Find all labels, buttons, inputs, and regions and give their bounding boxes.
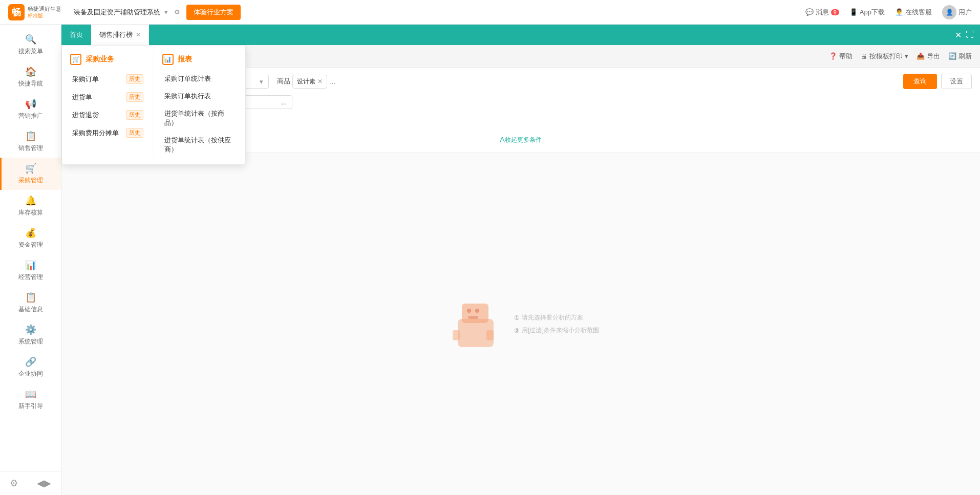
dropdown-item-incoming-stat-goods[interactable]: 进货单统计表（按商品） <box>158 105 242 132</box>
hint2-num: ② <box>514 327 520 334</box>
hint2-text: 用[过滤]条件来缩小分析范围 <box>522 326 599 335</box>
tab-home[interactable]: 首页 <box>61 25 91 45</box>
goods-tag[interactable]: 设计素 ✕ <box>292 75 327 89</box>
app-download-btn[interactable]: 📱 App下载 <box>849 8 885 17</box>
dropdown-item-order-stat[interactable]: 采购订单统计表 <box>158 70 242 88</box>
tab-maximize-icon[interactable]: ⛶ <box>966 30 974 39</box>
dropdown-item-incoming[interactable]: 进货单 历史 <box>66 88 150 106</box>
dropdown-item-order-exec[interactable]: 采购订单执行表 <box>158 88 242 105</box>
purchase-order-label: 采购订单 <box>72 75 99 84</box>
goods-label: 商品 <box>277 77 290 86</box>
newbie-icon: 📖 <box>25 389 36 400</box>
dropdown-item-incoming-stat-supplier[interactable]: 进货单统计表（按供应商） <box>158 132 242 158</box>
sidebar-item-operation[interactable]: 📊 经营管理 <box>0 254 61 287</box>
single-status-dropdown: ▾ <box>260 78 263 85</box>
setting-btn[interactable]: 设置 <box>941 74 972 89</box>
home-icon: 🏠 <box>25 66 36 77</box>
sidebar-item-sales[interactable]: 📋 销售管理 <box>0 125 61 158</box>
svg-rect-4 <box>468 316 478 319</box>
svg-point-3 <box>475 309 479 313</box>
sidebar-label-nav: 快捷导航 <box>18 79 43 88</box>
sidebar-label-search: 搜索菜单 <box>18 47 43 56</box>
tab-sales-rank-label: 销售排行榜 <box>99 30 133 39</box>
service-icon: 👨‍💼 <box>895 8 903 16</box>
sidebar-label-basic: 基础信息 <box>18 305 43 314</box>
tab-home-label: 首页 <box>70 30 83 39</box>
tab-sales-rank[interactable]: 销售排行榜 ✕ <box>91 25 149 45</box>
svg-rect-6 <box>486 330 494 340</box>
help-btn[interactable]: ❓ 帮助 <box>829 52 853 61</box>
dropdown-item-return[interactable]: 进货退货 历史 <box>66 106 150 124</box>
sidebar-item-basic[interactable]: 📋 基础信息 <box>0 287 61 319</box>
sidebar-label-sales: 销售管理 <box>18 144 43 153</box>
report-col-icon: 📊 <box>162 54 174 65</box>
refresh-btn[interactable]: 🔄 刷新 <box>948 52 972 61</box>
goods-more-btn[interactable]: ... <box>329 77 336 86</box>
sidebar-label-newbie: 新手引导 <box>18 402 43 411</box>
return-history[interactable]: 历史 <box>126 110 143 120</box>
tab-close-window-icon[interactable]: ✕ <box>955 30 962 40</box>
order-stat-label: 采购订单统计表 <box>164 74 211 83</box>
sales-icon: 📋 <box>25 131 36 142</box>
export-btn[interactable]: 📤 导出 <box>917 52 940 61</box>
app-label: App下载 <box>860 8 885 17</box>
dropdown-item-purchase-order[interactable]: 采购订单 历史 <box>66 70 150 88</box>
sidebar-label-operation: 经营管理 <box>18 273 43 282</box>
report-col-title-text: 报表 <box>178 55 192 64</box>
sidebar-item-search[interactable]: 🔍 搜索菜单 <box>0 29 61 61</box>
tab-close-icon[interactable]: ✕ <box>136 31 141 38</box>
empty-state: ① 请先选择要分析的方案 ② 用[过滤]条件来缩小分析范围 <box>442 298 599 350</box>
message-icon: 💬 <box>805 8 814 16</box>
user-btn[interactable]: 👤 用户 <box>942 5 972 19</box>
sidebar-item-system[interactable]: ⚙️ 系统管理 <box>0 319 61 351</box>
refresh-icon: 🔄 <box>948 52 956 60</box>
purchase-icon: 🛒 <box>25 163 36 174</box>
collapse-icon: ⋀ <box>500 136 505 144</box>
goods-tag-close[interactable]: ✕ <box>317 78 323 85</box>
incoming-history[interactable]: 历史 <box>126 92 143 102</box>
help-label: 帮助 <box>839 52 853 61</box>
sidebar-label-purchase: 采购管理 <box>18 176 43 185</box>
sidebar-label-system: 系统管理 <box>18 337 43 346</box>
service-btn[interactable]: 👨‍💼 在线客服 <box>895 8 932 17</box>
system-settings-icon[interactable]: ⚙ <box>174 8 180 16</box>
sidebar-item-finance[interactable]: 💰 资金管理 <box>0 222 61 254</box>
logo-line1: 畅捷通好生意 <box>28 5 61 12</box>
system-icon: ⚙️ <box>25 324 36 335</box>
settings-bottom-icon[interactable]: ⚙ <box>8 476 20 491</box>
topbar-right: 💬 消息 9 📱 App下载 👨‍💼 在线客服 👤 用户 <box>805 5 972 19</box>
operation-icon: 📊 <box>25 260 36 271</box>
user-label: 用户 <box>958 8 972 17</box>
enterprise-icon: 🔗 <box>25 356 36 368</box>
topbar: 畅 畅捷通好生意 标准版 装备及固定资产辅助管理系统 ▾ ⚙ 体验行业方案 💬 … <box>0 0 980 25</box>
system-dropdown-arrow[interactable]: ▾ <box>164 8 168 16</box>
tab-bar: 首页 销售排行榜 ✕ ✕ ⛶ <box>61 25 980 45</box>
message-btn[interactable]: 💬 消息 9 <box>805 8 839 17</box>
purchase-order-history[interactable]: 历史 <box>126 74 143 84</box>
print-dropdown-icon[interactable]: ▾ <box>905 52 908 60</box>
sidebar-item-enterprise[interactable]: 🔗 企业协同 <box>0 351 61 383</box>
purchase-col-title-text: 采购业务 <box>86 55 114 64</box>
service-label: 在线客服 <box>905 8 932 17</box>
empty-hint-2: ② 用[过滤]条件来缩小分析范围 <box>514 326 599 335</box>
sidebar: 🔍 搜索菜单 🏠 快捷导航 📢 营销推广 📋 销售管理 🛒 采购管理 🔔 库存核… <box>0 25 61 495</box>
logo-area: 畅 畅捷通好生意 标准版 <box>8 4 70 20</box>
dropdown-item-cost[interactable]: 采购费用分摊单 历史 <box>66 124 150 142</box>
industry-btn[interactable]: 体验行业方案 <box>186 5 241 20</box>
sidebar-item-newbie[interactable]: 📖 新手引导 <box>0 383 61 416</box>
sidebar-item-purchase[interactable]: 🛒 采购管理 <box>0 158 61 190</box>
report-col-title: 📊 报表 <box>158 52 242 70</box>
sidebar-item-marketing[interactable]: 📢 营销推广 <box>0 93 61 125</box>
logo-tag: 标准版 <box>28 12 61 19</box>
print-btn[interactable]: 🖨 按模板打印 ▾ <box>861 52 908 61</box>
sidebar-item-nav[interactable]: 🏠 快捷导航 <box>0 61 61 93</box>
query-btn[interactable]: 查询 <box>903 74 937 89</box>
cost-history[interactable]: 历史 <box>126 128 143 138</box>
collapse-sidebar-icon[interactable]: ◀▶ <box>35 476 53 491</box>
sidebar-label-inventory: 库存核算 <box>18 208 43 217</box>
system-title-text: 装备及固定资产辅助管理系统 <box>74 8 160 17</box>
cost-label: 采购费用分摊单 <box>72 128 119 138</box>
refresh-label: 刷新 <box>958 52 972 61</box>
message-label: 消息 <box>816 8 829 17</box>
sidebar-item-inventory[interactable]: 🔔 库存核算 <box>0 190 61 222</box>
